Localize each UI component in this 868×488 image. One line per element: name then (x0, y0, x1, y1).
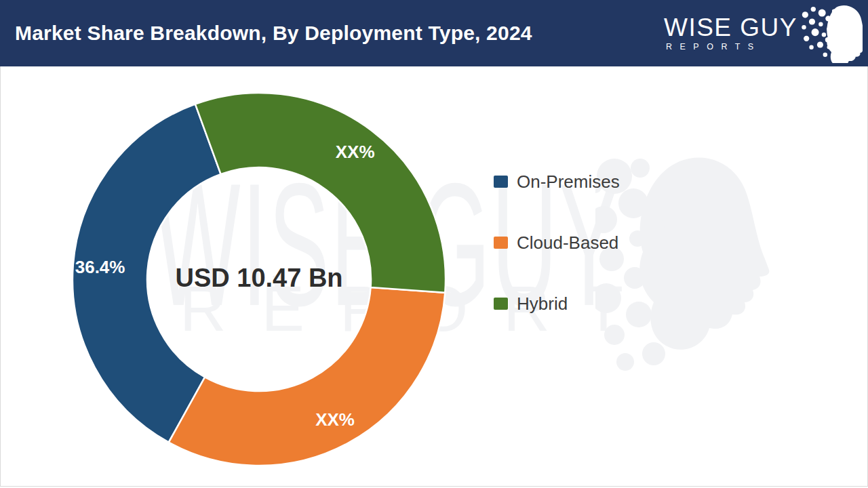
legend-item-cloud-based: Cloud-Based (494, 234, 618, 251)
segment-label-cloud-based: XX% (315, 409, 355, 430)
legend-label-cloud-based: Cloud-Based (517, 234, 618, 251)
legend-swatch-on-premises (494, 176, 508, 188)
chart-center-value: USD 10.47 Bn (175, 264, 342, 293)
legend-swatch-cloud-based (494, 237, 508, 249)
donut-segment-cloud-based (169, 287, 446, 466)
legend-label-hybrid: Hybrid (517, 295, 568, 312)
legend-label-on-premises: On-Premises (517, 173, 620, 190)
logo-head-dots-icon (800, 3, 863, 63)
segment-label-on-premises: 36.4% (75, 256, 125, 277)
donut-chart (0, 0, 868, 488)
wise-guy-reports-logo: WISE GUY REPORTS (664, 3, 863, 64)
legend-item-on-premises: On-Premises (494, 173, 620, 190)
legend-swatch-hybrid (494, 298, 508, 310)
segment-label-hybrid: XX% (336, 142, 375, 163)
logo-subtext: REPORTS (664, 43, 762, 52)
logo-wordmark: WISE GUY (664, 15, 797, 40)
page-title: Market Share Breakdown, By Deployment Ty… (0, 22, 532, 45)
legend-item-hybrid: Hybrid (494, 295, 568, 312)
logo-text: WISE GUY REPORTS (664, 15, 797, 52)
